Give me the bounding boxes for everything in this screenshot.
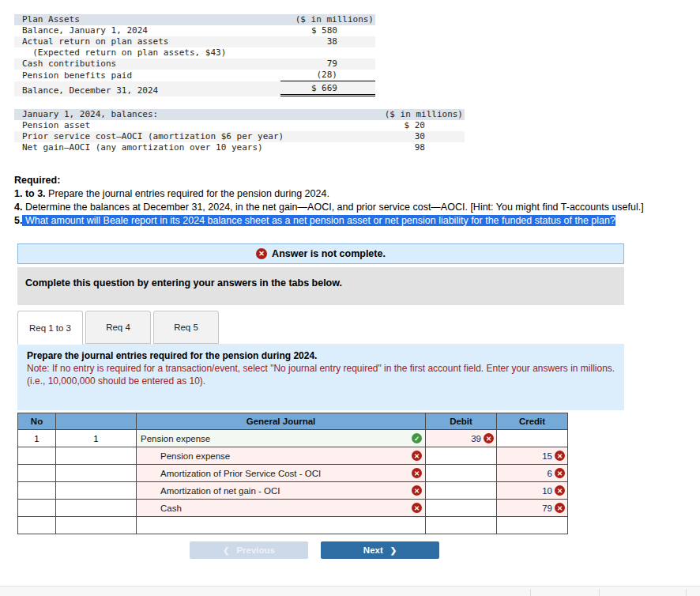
- account-field[interactable]: Amortization of net gain - OCI: [137, 482, 426, 500]
- row-value: $ 580: [280, 25, 375, 36]
- credit-field[interactable]: 79: [497, 500, 568, 517]
- row-label: Pension asset: [14, 120, 376, 131]
- requirement-tabs: Req 1 to 3 Req 4 Req 5: [17, 311, 700, 344]
- required-item-5: 5. What amount will Beale report in its …: [14, 214, 695, 228]
- plan-assets-header: Plan Assets ($ in millions): [14, 14, 375, 25]
- plan-assets-row: (Expected return on plan assets, $43): [14, 47, 375, 58]
- transaction-no-cell: [56, 447, 137, 465]
- panel-note: Note: If no entry is required for a tran…: [27, 362, 618, 387]
- credit-value: 6: [548, 469, 552, 478]
- account-name: Amortization of net gain - OCI: [160, 486, 280, 496]
- row-value: 38: [280, 36, 375, 47]
- account-status-icon: [412, 485, 422, 496]
- credit-value: 79: [542, 504, 552, 513]
- credit-status-icon: [555, 451, 565, 461]
- balances-row: Pension asset $ 20: [14, 120, 465, 131]
- journal-row: Cash 79: [18, 500, 568, 517]
- credit-field[interactable]: 15: [497, 447, 568, 465]
- requirement-tab[interactable]: Req 5: [153, 311, 219, 344]
- header-credit: Credit: [497, 413, 568, 430]
- debit-field[interactable]: [426, 517, 497, 534]
- row-label: Actual return on plan assets: [14, 36, 280, 47]
- requirement-tab[interactable]: Req 4: [85, 311, 151, 344]
- header-debit: Debit: [426, 413, 497, 430]
- debit-value: 39: [471, 434, 481, 443]
- instruction-box: Complete this question by entering your …: [17, 267, 624, 305]
- plan-assets-row: Cash contributions 79: [14, 58, 375, 70]
- banner-text: Answer is not complete.: [272, 248, 386, 259]
- transaction-no-cell: [56, 465, 137, 482]
- plan-assets-units: ($ in millions): [280, 14, 375, 25]
- row-value: 30: [376, 131, 465, 142]
- row-label: Net gain–AOCI (any amortization over 10 …: [14, 142, 376, 153]
- footer-divider: [599, 589, 600, 596]
- balances-row: Prior service cost–AOCI (amortization $6…: [14, 131, 465, 142]
- entry-no-cell: [18, 482, 56, 500]
- debit-field[interactable]: [426, 482, 497, 500]
- credit-value: 10: [542, 486, 552, 496]
- account-field[interactable]: Amortization of Prior Service Cost - OCI: [137, 465, 426, 482]
- account-status-icon: [412, 451, 422, 461]
- debit-field[interactable]: [426, 500, 497, 517]
- journal-row: Pension expense 15: [18, 447, 568, 465]
- required-item-1: 1. to 3. Prepare the journal entries req…: [14, 187, 695, 201]
- next-button[interactable]: Next ❯: [321, 541, 439, 559]
- header-transaction: [56, 413, 137, 430]
- account-field[interactable]: Cash: [137, 500, 426, 517]
- balances-units: ($ in millions): [376, 109, 465, 120]
- requirement-tab[interactable]: Req 1 to 3: [17, 311, 83, 345]
- balances-table: January 1, 2024, balances: ($ in million…: [14, 109, 465, 153]
- entry-no-cell: [18, 465, 56, 482]
- debit-field[interactable]: 39: [426, 430, 497, 447]
- entry-no-cell: [18, 447, 56, 465]
- debit-field[interactable]: [426, 447, 497, 465]
- plan-assets-row: Actual return on plan assets 38: [14, 36, 375, 47]
- debit-field[interactable]: [426, 465, 497, 482]
- transaction-no-cell: [56, 517, 137, 534]
- navigation-buttons: ❮ Previous Next ❯: [190, 541, 700, 559]
- required-item-4: 4. Determine the balances at December 31…: [14, 201, 695, 214]
- row-label: Cash contributions: [14, 58, 280, 70]
- account-status-icon: [412, 503, 422, 513]
- journal-row: 1 1 Pension expense 39: [18, 430, 568, 447]
- credit-field[interactable]: [497, 517, 568, 534]
- header-general-journal: General Journal: [137, 413, 426, 430]
- row-value: $ 669: [280, 83, 375, 96]
- account-field[interactable]: Pension expense: [137, 430, 426, 447]
- transaction-no-cell: [56, 482, 137, 500]
- transaction-no-cell: 1: [56, 430, 137, 447]
- account-field[interactable]: [137, 517, 426, 534]
- credit-field[interactable]: 6: [497, 465, 568, 482]
- account-field[interactable]: Pension expense: [137, 447, 426, 465]
- credit-status-icon: [555, 503, 565, 513]
- row-value: (28): [280, 70, 375, 81]
- account-name: Amortization of Prior Service Cost - OCI: [160, 469, 321, 478]
- journal-row: [18, 517, 568, 534]
- row-label: Balance, January 1, 2024: [14, 25, 280, 36]
- row-value: 98: [376, 142, 465, 153]
- entry-no-cell: [18, 517, 56, 534]
- plan-assets-title: Plan Assets: [14, 14, 280, 25]
- tab-panel: Prepare the journal entries required for…: [17, 344, 624, 410]
- footer-divider: [530, 589, 531, 596]
- row-label: Balance, December 31, 2024: [14, 85, 280, 96]
- journal-header-row: No General Journal Debit Credit: [18, 413, 568, 430]
- chevron-right-icon: ❯: [390, 546, 397, 555]
- credit-field[interactable]: [497, 430, 568, 447]
- panel-prompt: Prepare the journal entries required for…: [27, 350, 615, 361]
- row-label: (Expected return on plan assets, $43): [14, 47, 280, 58]
- balances-header: January 1, 2024, balances: ($ in million…: [14, 109, 465, 120]
- row-label: Pension benefits paid: [14, 70, 280, 81]
- account-name: Pension expense: [141, 434, 210, 443]
- row-value: 79: [280, 58, 375, 70]
- plan-assets-table: Plan Assets ($ in millions) Balance, Jan…: [14, 14, 375, 96]
- credit-status-icon: [555, 485, 565, 496]
- journal-row: Amortization of Prior Service Cost - OCI…: [18, 465, 568, 482]
- credit-field[interactable]: 10: [497, 482, 568, 500]
- header-no: No: [18, 413, 56, 430]
- row-value: $ 20: [376, 120, 465, 131]
- credit-status-icon: [555, 468, 565, 478]
- previous-button[interactable]: ❮ Previous: [190, 541, 308, 559]
- plan-assets-row: Pension benefits paid (28): [14, 70, 375, 81]
- journal-row: Amortization of net gain - OCI 10: [18, 482, 568, 500]
